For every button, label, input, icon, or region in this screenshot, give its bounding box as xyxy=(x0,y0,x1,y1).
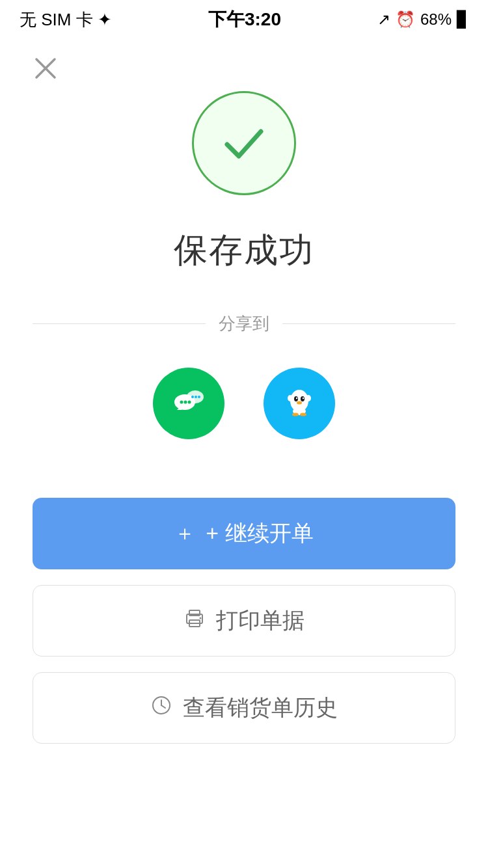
svg-point-18 xyxy=(288,395,293,401)
svg-point-17 xyxy=(297,401,302,405)
svg-line-28 xyxy=(161,705,165,708)
divider-right xyxy=(282,323,455,324)
battery-percent: 68% xyxy=(420,10,452,29)
qq-icon xyxy=(278,383,320,424)
status-right: ↗ ⏰ 68% ▊ xyxy=(377,10,468,29)
svg-point-8 xyxy=(195,396,197,398)
print-button[interactable]: 打印单据 xyxy=(33,585,455,657)
wechat-share-button[interactable] xyxy=(153,368,224,439)
close-button[interactable] xyxy=(26,49,65,88)
share-icons xyxy=(33,368,455,439)
alarm-icon: ⏰ xyxy=(396,10,415,29)
svg-point-14 xyxy=(301,396,305,401)
svg-point-15 xyxy=(296,398,297,399)
success-circle xyxy=(192,91,296,195)
checkmark-icon xyxy=(218,117,270,169)
print-icon xyxy=(183,607,206,634)
printer-icon xyxy=(183,607,206,629)
history-icon xyxy=(150,694,172,722)
clock-icon xyxy=(150,694,172,716)
svg-point-19 xyxy=(306,395,311,401)
main-content: 保存成功 分享到 xyxy=(0,39,488,744)
success-title: 保存成功 xyxy=(174,228,314,273)
print-label: 打印单据 xyxy=(216,606,305,636)
share-section: 分享到 xyxy=(0,312,488,439)
location-icon: ↗ xyxy=(377,10,390,29)
status-bar: 无 SIM 卡 ✦ 下午3:20 ↗ ⏰ 68% ▊ xyxy=(0,0,488,39)
svg-point-21 xyxy=(300,413,306,416)
svg-point-13 xyxy=(294,396,298,401)
battery-icon: ▊ xyxy=(457,10,468,29)
svg-point-7 xyxy=(191,396,194,398)
share-divider: 分享到 xyxy=(33,312,455,335)
plus-icon: ＋ xyxy=(174,519,195,548)
continue-label: + 继续开单 xyxy=(206,519,313,549)
qq-share-button[interactable] xyxy=(264,368,335,439)
actions-section: ＋ + 继续开单 打印单据 查看销货单 xyxy=(0,498,488,744)
wechat-icon xyxy=(168,383,210,424)
svg-point-25 xyxy=(200,617,202,619)
divider-left xyxy=(33,323,206,324)
share-label: 分享到 xyxy=(206,312,282,335)
svg-point-4 xyxy=(180,401,183,404)
svg-point-20 xyxy=(292,413,299,416)
status-time: 下午3:20 xyxy=(208,7,281,32)
close-icon xyxy=(34,57,57,80)
svg-point-9 xyxy=(198,396,200,398)
svg-point-5 xyxy=(184,401,187,404)
status-left: 无 SIM 卡 ✦ xyxy=(20,8,112,31)
svg-point-6 xyxy=(188,401,191,404)
svg-point-16 xyxy=(303,398,304,399)
history-button[interactable]: 查看销货单历史 xyxy=(33,672,455,744)
history-label: 查看销货单历史 xyxy=(183,693,338,723)
continue-button[interactable]: ＋ + 继续开单 xyxy=(33,498,455,569)
